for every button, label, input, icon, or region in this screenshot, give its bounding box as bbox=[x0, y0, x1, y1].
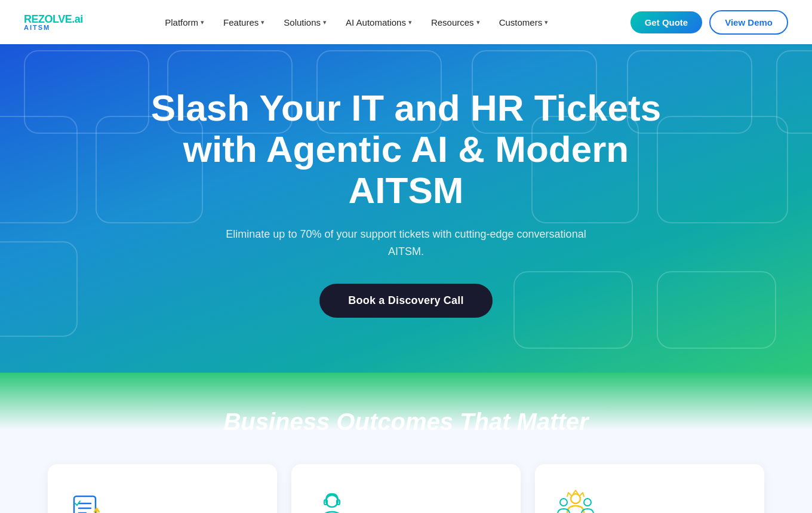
logo-text-colored: OLVE.ai bbox=[45, 13, 83, 25]
nav-actions: Get Quote View Demo bbox=[630, 10, 788, 35]
nav-item-ai-automations[interactable]: AI Automations ▾ bbox=[337, 13, 420, 32]
book-discovery-call-button[interactable]: Book a Discovery Call bbox=[319, 284, 492, 318]
nav-item-platform[interactable]: Platform ▾ bbox=[156, 13, 213, 32]
outcomes-title: Business Outcomes That Matter bbox=[12, 408, 800, 435]
view-demo-button[interactable]: View Demo bbox=[709, 10, 788, 35]
chevron-down-icon: ▾ bbox=[408, 19, 412, 26]
hero-content: Slash Your IT and HR Tickets with Agenti… bbox=[137, 87, 675, 318]
decor-rect-11 bbox=[0, 241, 78, 337]
hero-subtitle: Eliminate up to 70% of your support tick… bbox=[215, 226, 597, 260]
card-support: Always-On Support, Happier Workplaces Em… bbox=[535, 464, 764, 513]
support-icon bbox=[554, 488, 597, 513]
decor-rect-6 bbox=[776, 50, 812, 134]
nav-links: Platform ▾ Features ▾ Solutions ▾ AI Aut… bbox=[156, 13, 556, 32]
efficiency-icon-svg: $ bbox=[67, 488, 110, 513]
logo[interactable]: REZOLVE.ai AITSM bbox=[24, 14, 83, 31]
nav-item-resources[interactable]: Resources ▾ bbox=[423, 13, 488, 32]
card-enterprise: ★ ★ ★ Seamless Enterprise Support Ensure… bbox=[291, 464, 521, 513]
decor-rect-9 bbox=[657, 116, 788, 223]
navigation: REZOLVE.ai AITSM Platform ▾ Features ▾ S… bbox=[0, 0, 812, 44]
decor-rect-7 bbox=[0, 116, 78, 223]
chevron-down-icon: ▾ bbox=[476, 19, 480, 26]
outcomes-cards: $ Maximize Efficiency, Minimize Costs Au… bbox=[48, 464, 764, 513]
outcomes-section: Business Outcomes That Matter bbox=[0, 373, 812, 513]
efficiency-icon: $ bbox=[67, 488, 110, 513]
nav-item-solutions[interactable]: Solutions ▾ bbox=[275, 13, 335, 32]
logo-aitsm: AITSM bbox=[24, 24, 83, 31]
hero-section: Slash Your IT and HR Tickets with Agenti… bbox=[0, 44, 812, 373]
decor-rect-1 bbox=[24, 50, 149, 134]
svg-point-15 bbox=[584, 499, 591, 506]
svg-point-14 bbox=[560, 499, 567, 506]
chevron-down-icon: ▾ bbox=[323, 19, 327, 26]
support-icon-svg bbox=[554, 488, 597, 513]
card-efficiency: $ Maximize Efficiency, Minimize Costs Au… bbox=[48, 464, 277, 513]
chevron-down-icon: ▾ bbox=[261, 19, 264, 26]
logo-text-plain: REZ bbox=[24, 13, 45, 25]
decor-rect-12 bbox=[657, 271, 776, 349]
nav-item-features[interactable]: Features ▾ bbox=[215, 13, 273, 32]
hero-title: Slash Your IT and HR Tickets with Agenti… bbox=[137, 87, 675, 211]
enterprise-icon-svg: ★ ★ ★ bbox=[310, 488, 353, 513]
chevron-down-icon: ▾ bbox=[545, 19, 548, 26]
nav-item-customers[interactable]: Customers ▾ bbox=[491, 13, 557, 32]
chevron-down-icon: ▾ bbox=[201, 19, 204, 26]
enterprise-icon: ★ ★ ★ bbox=[310, 488, 353, 513]
get-quote-button[interactable]: Get Quote bbox=[630, 11, 703, 33]
svg-point-13 bbox=[571, 494, 580, 503]
